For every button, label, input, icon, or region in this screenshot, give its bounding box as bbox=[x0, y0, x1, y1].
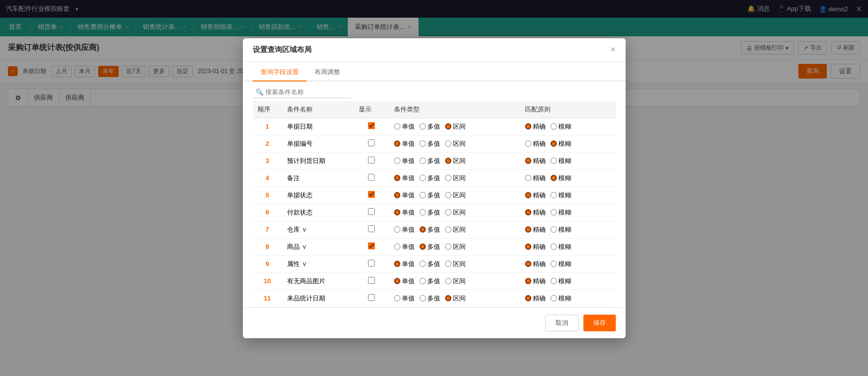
row-type-option-多值[interactable]: 多值 bbox=[420, 122, 440, 131]
row-match-radio-模糊[interactable] bbox=[551, 226, 557, 233]
row-type-radio-多值[interactable] bbox=[420, 140, 426, 147]
row-match-option-精确[interactable]: 精确 bbox=[525, 122, 546, 131]
row-type-radio-单值[interactable] bbox=[394, 123, 400, 130]
row-type-radio-单值[interactable] bbox=[394, 295, 400, 301]
row-show-checkbox[interactable] bbox=[368, 260, 375, 267]
row-type-radio-单值[interactable] bbox=[394, 243, 400, 250]
row-match-option-模糊[interactable]: 模糊 bbox=[551, 277, 571, 286]
row-match-radio-模糊[interactable] bbox=[551, 175, 557, 181]
row-type-option-多值[interactable]: 多值 bbox=[420, 260, 440, 269]
row-match-radio-精确[interactable] bbox=[525, 123, 531, 130]
row-match-radio-模糊[interactable] bbox=[551, 261, 557, 267]
row-type-option-区间[interactable]: 区间 bbox=[445, 260, 466, 269]
row-type-option-多值[interactable]: 多值 bbox=[420, 208, 440, 217]
row-match-option-精确[interactable]: 精确 bbox=[525, 174, 546, 183]
row-show-checkbox[interactable] bbox=[368, 208, 375, 215]
row-match-option-精确[interactable]: 精确 bbox=[525, 139, 546, 148]
row-type-option-多值[interactable]: 多值 bbox=[420, 294, 440, 303]
row-match-radio-精确[interactable] bbox=[525, 278, 531, 284]
row-type-option-单值[interactable]: 单值 bbox=[394, 157, 415, 165]
dialog-close-btn[interactable]: × bbox=[610, 45, 616, 54]
row-type-option-多值[interactable]: 多值 bbox=[420, 225, 440, 234]
save-btn[interactable]: 保存 bbox=[583, 315, 616, 331]
row-type-option-区间[interactable]: 区间 bbox=[445, 208, 466, 217]
row-match-option-精确[interactable]: 精确 bbox=[525, 208, 546, 217]
row-match-option-模糊[interactable]: 模糊 bbox=[551, 122, 571, 131]
row-type-option-多值[interactable]: 多值 bbox=[420, 157, 440, 165]
row-match-radio-模糊[interactable] bbox=[551, 158, 557, 164]
row-show-checkbox[interactable] bbox=[368, 122, 375, 129]
row-match-option-模糊[interactable]: 模糊 bbox=[551, 191, 571, 200]
row-type-radio-区间[interactable] bbox=[445, 243, 451, 250]
row-match-radio-模糊[interactable] bbox=[551, 123, 557, 130]
row-type-option-多值[interactable]: 多值 bbox=[420, 242, 440, 251]
row-match-radio-精确[interactable] bbox=[525, 261, 531, 267]
row-type-radio-多值[interactable] bbox=[420, 175, 426, 181]
dialog-tab-layout-adjust[interactable]: 布局调整 bbox=[307, 64, 348, 81]
row-match-radio-精确[interactable] bbox=[525, 209, 531, 215]
row-type-radio-区间[interactable] bbox=[445, 192, 451, 198]
row-type-option-单值[interactable]: 单值 bbox=[394, 174, 415, 183]
row-type-radio-区间[interactable] bbox=[445, 209, 451, 215]
row-type-option-单值[interactable]: 单值 bbox=[394, 294, 415, 303]
row-type-radio-单值[interactable] bbox=[394, 158, 400, 164]
row-match-option-精确[interactable]: 精确 bbox=[525, 242, 546, 251]
row-match-option-模糊[interactable]: 模糊 bbox=[551, 294, 571, 303]
row-show-checkbox[interactable] bbox=[368, 225, 375, 232]
row-show-checkbox[interactable] bbox=[368, 242, 375, 249]
row-match-radio-模糊[interactable] bbox=[551, 192, 557, 198]
row-match-radio-精确[interactable] bbox=[525, 226, 531, 233]
row-type-radio-区间[interactable] bbox=[445, 158, 451, 164]
row-type-option-区间[interactable]: 区间 bbox=[445, 225, 466, 234]
row-match-option-模糊[interactable]: 模糊 bbox=[551, 157, 571, 165]
row-match-option-模糊[interactable]: 模糊 bbox=[551, 242, 571, 251]
row-match-option-精确[interactable]: 精确 bbox=[525, 277, 546, 286]
row-type-option-区间[interactable]: 区间 bbox=[445, 139, 466, 148]
row-match-option-模糊[interactable]: 模糊 bbox=[551, 174, 571, 183]
row-type-option-区间[interactable]: 区间 bbox=[445, 157, 466, 165]
row-match-radio-精确[interactable] bbox=[525, 140, 531, 147]
row-show-checkbox[interactable] bbox=[368, 277, 375, 284]
row-show-checkbox[interactable] bbox=[368, 174, 375, 181]
row-match-option-模糊[interactable]: 模糊 bbox=[551, 225, 571, 234]
dialog-tab-query-fields[interactable]: 查询字段设置 bbox=[253, 64, 307, 81]
row-match-option-模糊[interactable]: 模糊 bbox=[551, 208, 571, 217]
row-type-option-单值[interactable]: 单值 bbox=[394, 122, 415, 131]
row-type-option-多值[interactable]: 多值 bbox=[420, 174, 440, 183]
row-match-option-精确[interactable]: 精确 bbox=[525, 225, 546, 234]
row-type-radio-区间[interactable] bbox=[445, 175, 451, 181]
row-type-radio-单值[interactable] bbox=[394, 278, 400, 284]
row-type-radio-单值[interactable] bbox=[394, 192, 400, 198]
row-type-radio-多值[interactable] bbox=[420, 192, 426, 198]
row-match-radio-模糊[interactable] bbox=[551, 209, 557, 215]
row-type-radio-多值[interactable] bbox=[420, 261, 426, 267]
row-match-radio-精确[interactable] bbox=[525, 243, 531, 250]
row-show-checkbox[interactable] bbox=[368, 139, 375, 146]
row-type-option-单值[interactable]: 单值 bbox=[394, 225, 415, 234]
search-input[interactable] bbox=[265, 88, 348, 96]
row-type-option-单值[interactable]: 单值 bbox=[394, 260, 415, 269]
row-match-option-精确[interactable]: 精确 bbox=[525, 191, 546, 200]
row-type-option-多值[interactable]: 多值 bbox=[420, 139, 440, 148]
row-type-option-区间[interactable]: 区间 bbox=[445, 294, 466, 303]
row-type-radio-多值[interactable] bbox=[420, 158, 426, 164]
row-type-radio-多值[interactable] bbox=[420, 123, 426, 130]
row-match-option-精确[interactable]: 精确 bbox=[525, 294, 546, 303]
row-match-radio-模糊[interactable] bbox=[551, 278, 557, 284]
row-match-option-精确[interactable]: 精确 bbox=[525, 157, 546, 165]
row-type-radio-区间[interactable] bbox=[445, 261, 451, 267]
row-match-radio-模糊[interactable] bbox=[551, 243, 557, 250]
row-type-radio-区间[interactable] bbox=[445, 123, 451, 130]
row-type-radio-多值[interactable] bbox=[420, 278, 426, 284]
row-match-radio-精确[interactable] bbox=[525, 295, 531, 301]
row-type-option-单值[interactable]: 单值 bbox=[394, 242, 415, 251]
row-type-option-多值[interactable]: 多值 bbox=[420, 277, 440, 286]
row-type-option-多值[interactable]: 多值 bbox=[420, 191, 440, 200]
row-type-option-单值[interactable]: 单值 bbox=[394, 208, 415, 217]
row-type-radio-区间[interactable] bbox=[445, 226, 451, 233]
row-type-option-区间[interactable]: 区间 bbox=[445, 242, 466, 251]
row-type-radio-区间[interactable] bbox=[445, 278, 451, 284]
row-type-option-区间[interactable]: 区间 bbox=[445, 174, 466, 183]
row-type-option-单值[interactable]: 单值 bbox=[394, 277, 415, 286]
row-type-radio-单值[interactable] bbox=[394, 226, 400, 233]
